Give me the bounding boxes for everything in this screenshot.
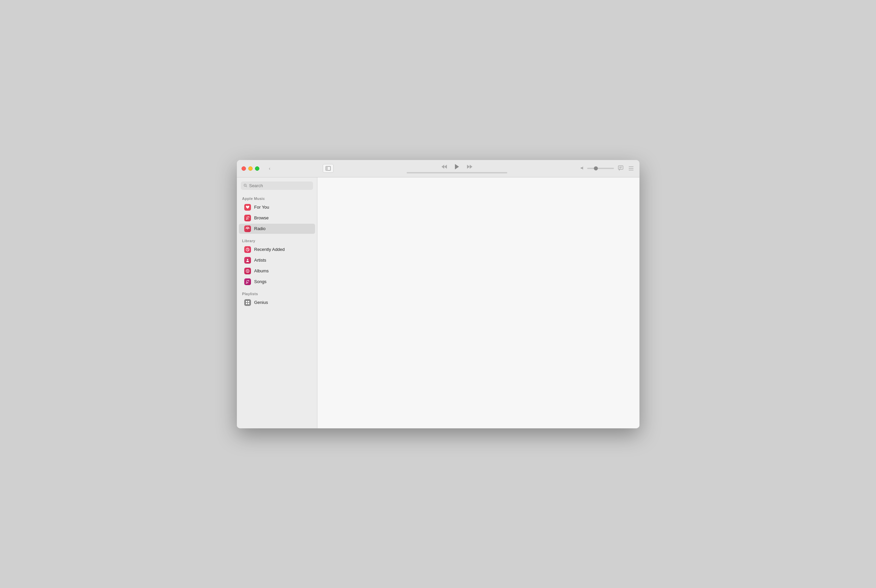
library-header: Library xyxy=(237,237,317,244)
sidebar-item-for-you[interactable]: For You xyxy=(239,202,315,212)
volume-area xyxy=(580,166,614,171)
close-button[interactable] xyxy=(242,166,246,171)
svg-rect-27 xyxy=(248,303,249,304)
clock-icon xyxy=(246,248,250,252)
radio-icon xyxy=(244,225,251,232)
titlebar: ‹ xyxy=(237,160,639,177)
sidebar-item-radio[interactable]: Radio xyxy=(239,224,315,234)
svg-marker-6 xyxy=(470,165,472,169)
artwork-icon xyxy=(326,166,331,171)
player-section xyxy=(333,164,580,173)
music-note-icon xyxy=(246,216,250,220)
sidebar-titlebar: ‹ xyxy=(237,165,317,172)
svg-rect-8 xyxy=(618,166,623,170)
heart-icon xyxy=(246,205,250,209)
svg-marker-5 xyxy=(467,165,470,169)
forward-button[interactable] xyxy=(466,164,473,170)
genius-icon xyxy=(244,299,251,306)
search-icon xyxy=(244,183,247,188)
traffic-lights xyxy=(242,166,260,171)
sidebar-item-recently-added[interactable]: Recently Added xyxy=(239,244,315,255)
search-box[interactable] xyxy=(241,182,313,190)
progress-bar[interactable] xyxy=(406,172,507,173)
albums-label: Albums xyxy=(254,268,269,273)
for-you-icon xyxy=(244,204,251,211)
svg-rect-24 xyxy=(246,301,247,302)
sidebar-item-genius[interactable]: Genius xyxy=(239,297,315,308)
artists-icon xyxy=(244,257,251,264)
search-input[interactable] xyxy=(249,183,310,188)
play-icon xyxy=(454,164,460,170)
svg-line-20 xyxy=(248,249,249,250)
grid-icon xyxy=(246,300,250,304)
sidebar-item-albums[interactable]: Albums xyxy=(239,266,315,276)
radio-label: Radio xyxy=(254,226,266,231)
volume-icon xyxy=(580,166,585,171)
svg-marker-7 xyxy=(581,166,583,170)
controls-row xyxy=(441,164,473,170)
minimize-button[interactable] xyxy=(248,166,253,171)
back-icon: ‹ xyxy=(269,166,270,171)
recently-added-icon xyxy=(244,246,251,253)
person-icon xyxy=(246,258,250,262)
songs-label: Songs xyxy=(254,279,267,284)
artwork-button[interactable] xyxy=(323,164,333,173)
volume-knob xyxy=(594,166,598,170)
rewind-button[interactable] xyxy=(441,164,447,170)
sidebar-item-artists[interactable]: Artists xyxy=(239,255,315,266)
sidebar: Apple Music For You Browse xyxy=(237,177,317,428)
album-icon xyxy=(246,269,250,273)
svg-marker-2 xyxy=(441,165,444,169)
list-view-button[interactable] xyxy=(628,165,634,171)
svg-rect-1 xyxy=(326,166,328,170)
speaker-icon xyxy=(580,166,585,170)
volume-slider[interactable] xyxy=(587,168,614,169)
svg-line-16 xyxy=(246,186,247,187)
svg-marker-3 xyxy=(444,165,447,169)
svg-rect-26 xyxy=(246,303,247,304)
sidebar-item-songs[interactable]: Songs xyxy=(239,277,315,287)
body: Apple Music For You Browse xyxy=(237,177,639,428)
speech-bubble-icon xyxy=(618,165,624,171)
artists-label: Artists xyxy=(254,258,266,262)
list-view-icon xyxy=(628,165,634,171)
for-you-label: For You xyxy=(254,205,269,210)
main-titlebar xyxy=(317,164,639,173)
maximize-button[interactable] xyxy=(255,166,260,171)
lyrics-button[interactable] xyxy=(618,165,624,171)
search-container xyxy=(237,182,317,195)
svg-point-21 xyxy=(247,259,248,260)
recently-added-label: Recently Added xyxy=(254,247,285,252)
svg-point-23 xyxy=(247,270,248,272)
forward-icon xyxy=(466,164,473,170)
main-content xyxy=(317,177,639,428)
rewind-icon xyxy=(441,164,447,170)
apple-music-header: Apple Music xyxy=(237,195,317,202)
play-button[interactable] xyxy=(454,164,460,170)
back-button[interactable]: ‹ xyxy=(266,165,274,172)
sidebar-item-browse[interactable]: Browse xyxy=(239,213,315,223)
svg-rect-25 xyxy=(248,301,249,302)
app-window: ‹ xyxy=(237,160,639,428)
svg-point-17 xyxy=(247,228,248,229)
svg-marker-4 xyxy=(455,164,459,170)
song-icon xyxy=(246,280,250,284)
titlebar-right xyxy=(580,165,634,171)
browse-label: Browse xyxy=(254,215,269,220)
playlists-header: Playlists xyxy=(237,290,317,297)
genius-label: Genius xyxy=(254,300,268,305)
radio-waves-icon xyxy=(246,227,250,231)
albums-icon xyxy=(244,268,251,274)
songs-icon xyxy=(244,278,251,285)
svg-point-15 xyxy=(244,184,246,186)
browse-icon xyxy=(244,214,251,221)
